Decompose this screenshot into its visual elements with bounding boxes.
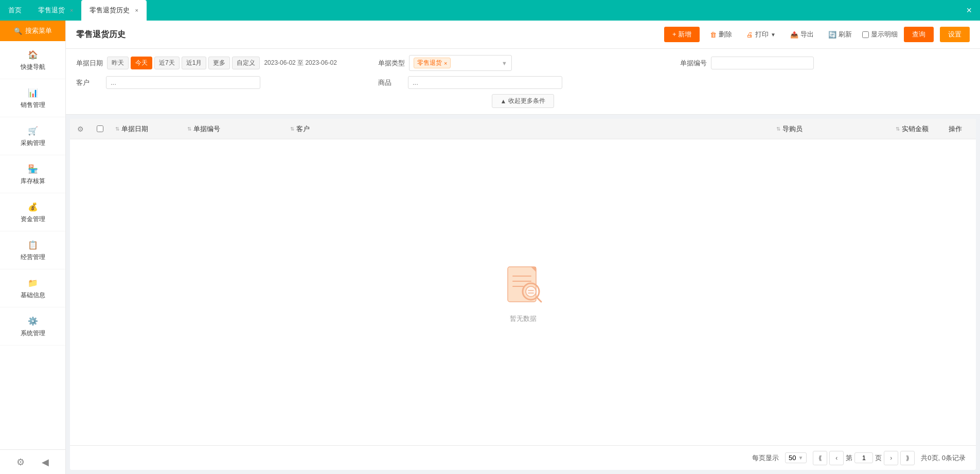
th-amount[interactable]: ⇅ 实销金额	[852, 124, 935, 134]
sidebar: 🔍 搜索菜单 🏠 快捷导航 📊 销售管理 🛒 采购管理 🏪 库存核算 💰	[0, 21, 66, 474]
sidebar-item-basic-info-label: 基础信息	[21, 291, 45, 300]
th-amount-sort-icon: ⇅	[896, 126, 900, 132]
print-dropdown-icon: ▼	[771, 32, 776, 38]
voucher-type-tag-close[interactable]: ×	[444, 60, 447, 66]
collapse-label: 收起更多条件	[508, 97, 545, 105]
last-page-button[interactable]: ⟫	[900, 451, 915, 465]
tab-retail-return-history[interactable]: 零售退货历史 ×	[81, 0, 146, 21]
filter-area: 单据日期 昨天 今天 近7天 近1月 更多 自定义 2023-06-02 至 2…	[66, 49, 980, 115]
tab-retail-return-history-close[interactable]: ×	[135, 7, 138, 13]
refresh-icon: 🔄	[828, 31, 836, 39]
tab-home-label: 首页	[8, 6, 22, 15]
filter-voucher-date: 单据日期 昨天 今天 近7天 近1月 更多 自定义 2023-06-02 至 2…	[76, 57, 366, 69]
sidebar-collapse-icon[interactable]: ◀	[42, 457, 49, 468]
filter-voucher-no: 单据编号	[680, 57, 970, 69]
tab-retail-return[interactable]: 零售退货 ×	[30, 0, 81, 21]
th-date[interactable]: ⇅ 单据日期	[109, 124, 181, 134]
tab-retail-return-close[interactable]: ×	[70, 7, 73, 13]
page-size-value: 50	[789, 454, 796, 462]
next-page-button[interactable]: ›	[884, 451, 898, 465]
date-btn-last7[interactable]: 近7天	[154, 57, 180, 69]
svg-line-6	[537, 297, 541, 302]
date-btn-custom[interactable]: 自定义	[232, 57, 260, 69]
settings-button[interactable]: 设置	[940, 27, 970, 42]
sidebar-item-operation[interactable]: 📋 经营管理	[0, 231, 65, 269]
query-button[interactable]: 查询	[904, 27, 934, 42]
prev-page-button[interactable]: ‹	[829, 451, 844, 465]
delete-button[interactable]: 🗑 删除	[706, 28, 736, 41]
print-label: 打印	[755, 30, 769, 39]
sidebar-item-finance-label: 资金管理	[21, 215, 45, 224]
sidebar-item-basic-info[interactable]: 📁 基础信息	[0, 269, 65, 307]
page-unit: 页	[875, 453, 882, 463]
th-voucher-sort-icon: ⇅	[187, 126, 191, 132]
show-detail-checkbox[interactable]	[862, 31, 869, 38]
th-customer[interactable]: ⇅ 客户	[284, 124, 770, 134]
export-button[interactable]: 📤 导出	[786, 28, 818, 41]
column-settings-icon[interactable]: ⚙	[77, 125, 84, 133]
delete-label: 删除	[719, 30, 732, 39]
print-icon: 🖨	[746, 31, 753, 39]
sidebar-settings-icon[interactable]: ⚙	[16, 457, 25, 468]
voucher-no-input[interactable]	[711, 57, 814, 69]
table-header: ⚙ ⇅ 单据日期 ⇅ 单据编号 ⇅ 客户 ⇅	[70, 119, 976, 139]
export-icon: 📤	[790, 31, 798, 39]
date-btn-today[interactable]: 今天	[131, 57, 152, 69]
content-area: 零售退货历史 + 新增 🗑 删除 🖨 打印 ▼ 📤 导出 🔄	[66, 21, 980, 474]
sidebar-item-sales-label: 销售管理	[21, 101, 45, 110]
page-number-input[interactable]	[854, 452, 873, 463]
select-all-checkbox[interactable]	[97, 125, 103, 132]
sidebar-item-inventory[interactable]: 🏪 库存核算	[0, 155, 65, 193]
main-layout: 🔍 搜索菜单 🏠 快捷导航 📊 销售管理 🛒 采购管理 🏪 库存核算 💰	[0, 21, 980, 474]
th-checkbox[interactable]	[91, 125, 109, 132]
collapse-icon: ▲	[501, 98, 507, 105]
th-guide[interactable]: ⇅ 导购员	[770, 124, 852, 134]
sidebar-search[interactable]: 🔍 搜索菜单	[0, 21, 65, 41]
sidebar-menu: 🏠 快捷导航 📊 销售管理 🛒 采购管理 🏪 库存核算 💰 资金管理 📋	[0, 41, 65, 449]
first-page-button[interactable]: ⟪	[813, 451, 827, 465]
th-voucher-no[interactable]: ⇅ 单据编号	[181, 124, 284, 134]
sidebar-item-inventory-label: 库存核算	[21, 177, 45, 186]
filter-goods: 商品	[378, 76, 668, 89]
date-btn-yesterday[interactable]: 昨天	[107, 57, 129, 69]
empty-illustration	[497, 262, 549, 308]
customer-label: 客户	[76, 78, 102, 87]
th-guide-label: 导购员	[782, 124, 803, 134]
print-button[interactable]: 🖨 打印 ▼	[742, 28, 780, 41]
voucher-no-label: 单据编号	[680, 59, 707, 68]
goods-input[interactable]	[408, 76, 562, 89]
window-close-button[interactable]: ×	[966, 5, 972, 16]
th-settings[interactable]: ⚙	[70, 125, 91, 133]
voucher-date-label: 单据日期	[76, 59, 103, 68]
sidebar-item-finance[interactable]: 💰 资金管理	[0, 193, 65, 231]
total-info: 共0页, 0条记录	[921, 453, 966, 463]
tab-home[interactable]: 首页	[0, 0, 30, 21]
sidebar-item-operation-label: 经营管理	[21, 253, 45, 262]
filter-customer: 客户	[76, 76, 366, 89]
empty-state: 暂无数据	[497, 262, 549, 323]
new-button[interactable]: + 新增	[664, 27, 700, 42]
sidebar-item-sales-mgmt[interactable]: 📊 销售管理	[0, 79, 65, 117]
show-detail-checkbox-label[interactable]: 显示明细	[862, 30, 898, 39]
refresh-button[interactable]: 🔄 刷新	[824, 28, 856, 41]
tab-retail-return-history-label: 零售退货历史	[90, 6, 130, 15]
th-customer-label: 客户	[296, 124, 310, 134]
sidebar-bottom: ⚙ ◀	[0, 449, 65, 474]
th-guide-sort-icon: ⇅	[776, 126, 780, 132]
sidebar-item-purchase-label: 采购管理	[21, 139, 45, 148]
page-size-select[interactable]: 50 ▼	[785, 452, 807, 463]
page-size-label: 每页显示	[752, 453, 779, 463]
voucher-type-select[interactable]: 零售退货 × ▼	[409, 55, 512, 71]
customer-input[interactable]	[106, 76, 260, 89]
date-btn-last-month[interactable]: 近1月	[182, 57, 207, 69]
date-btn-more[interactable]: 更多	[208, 57, 230, 69]
th-action-label: 操作	[949, 124, 962, 134]
page-nav: ⟪ ‹ 第 页 › ⟫	[813, 451, 915, 465]
purchase-icon: 🛒	[27, 124, 39, 137]
sidebar-item-quick-nav[interactable]: 🏠 快捷导航	[0, 41, 65, 79]
basic-info-icon: 📁	[27, 277, 39, 289]
sidebar-item-purchase-mgmt[interactable]: 🛒 采购管理	[0, 117, 65, 155]
date-picker-group: 昨天 今天 近7天 近1月 更多 自定义 2023-06-02 至 2023-0…	[107, 57, 337, 69]
sidebar-item-system[interactable]: ⚙️ 系统管理	[0, 307, 65, 345]
collapse-more-button[interactable]: ▲ 收起更多条件	[492, 94, 555, 108]
